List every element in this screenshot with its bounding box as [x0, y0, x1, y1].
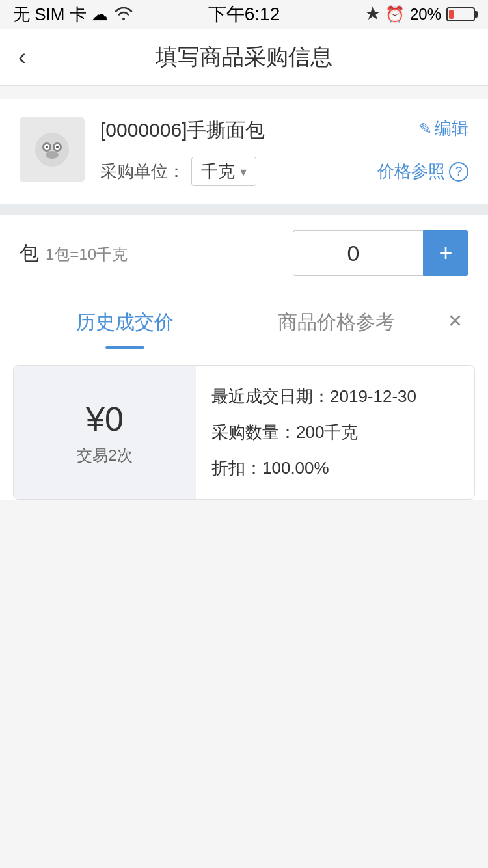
product-name: [0000006]手撕面包 — [100, 117, 265, 144]
recent-date-line: 最近成交日期：2019-12-30 — [211, 384, 459, 409]
history-price: ¥0 — [86, 400, 124, 439]
unit-label: 采购单位： — [100, 160, 185, 183]
help-icon: ? — [449, 162, 468, 182]
location-icon — [366, 5, 380, 23]
svg-point-0 — [35, 133, 69, 167]
price-reference-button[interactable]: 价格参照 ? — [377, 160, 468, 183]
discount-label: 折扣： — [211, 458, 262, 478]
history-right-panel: 最近成交日期：2019-12-30 采购数量：200千克 折扣：100.00% — [196, 366, 474, 499]
back-button[interactable]: ‹ — [18, 44, 26, 71]
wifi-icon — [115, 5, 133, 25]
unit-info: 包 1包=10千克 — [20, 240, 128, 267]
product-info: [0000006]手撕面包 ✎ 编辑 采购单位： 千克 ▾ 价格参照 ? — [100, 117, 468, 186]
unit-conversion: 1包=10千克 — [46, 244, 128, 265]
unit-value: 千克 — [201, 160, 235, 183]
unit-dropdown-arrow: ▾ — [240, 164, 247, 180]
quantity-row: 包 1包=10千克 + — [0, 215, 488, 292]
purchase-qty-label: 采购数量： — [211, 422, 296, 442]
bottom-panel: 历史成交价 商品价格参考 × ¥0 交易2次 最近成交日期：2019-12-30… — [0, 292, 488, 500]
svg-point-5 — [46, 146, 48, 148]
status-left: 无 SIM 卡 ☁ — [13, 3, 133, 26]
edit-label: 编辑 — [435, 117, 468, 140]
alarm-icon: ⏰ — [385, 5, 405, 23]
history-left-panel: ¥0 交易2次 — [14, 366, 196, 499]
history-trade-count: 交易2次 — [77, 445, 132, 466]
sim-text: 无 SIM 卡 ☁ — [13, 3, 108, 26]
status-bar: 无 SIM 卡 ☁ 下午6:12 ⏰ 20% — [0, 0, 488, 29]
svg-point-7 — [46, 151, 59, 159]
divider — [0, 204, 488, 215]
discount-value: 100.00% — [262, 458, 329, 478]
tab-history[interactable]: 历史成交价 — [20, 292, 230, 349]
recent-date-value: 2019-12-30 — [330, 387, 416, 406]
battery-icon — [446, 7, 475, 21]
status-right: ⏰ 20% — [366, 5, 475, 23]
nav-bar: ‹ 填写商品采购信息 — [0, 29, 488, 86]
purchase-qty-value: 200千克 — [296, 422, 358, 442]
tab-price-ref[interactable]: 商品价格参考 — [230, 292, 441, 349]
tabs-row: 历史成交价 商品价格参考 × — [0, 292, 488, 349]
close-button[interactable]: × — [442, 301, 468, 341]
edit-button[interactable]: ✎ 编辑 — [419, 117, 468, 140]
recent-date-label: 最近成交日期： — [211, 387, 330, 406]
unit-character: 包 — [20, 240, 39, 267]
quantity-input-wrapper: + — [293, 230, 468, 276]
status-time: 下午6:12 — [208, 2, 280, 27]
price-ref-label: 价格参照 — [377, 160, 445, 183]
product-thumbnail — [20, 117, 85, 182]
unit-select[interactable]: 千克 ▾ — [191, 157, 256, 186]
page-title: 填写商品采购信息 — [156, 42, 332, 72]
purchase-qty-line: 采购数量：200千克 — [211, 420, 459, 445]
svg-point-6 — [56, 146, 59, 148]
quantity-plus-button[interactable]: + — [423, 230, 468, 276]
battery-percent: 20% — [410, 5, 441, 23]
edit-icon: ✎ — [419, 120, 432, 138]
discount-line: 折扣：100.00% — [211, 455, 459, 481]
quantity-input[interactable] — [293, 230, 423, 276]
product-card: [0000006]手撕面包 ✎ 编辑 采购单位： 千克 ▾ 价格参照 ? — [0, 99, 488, 204]
history-card: ¥0 交易2次 最近成交日期：2019-12-30 采购数量：200千克 折扣：… — [13, 365, 475, 500]
